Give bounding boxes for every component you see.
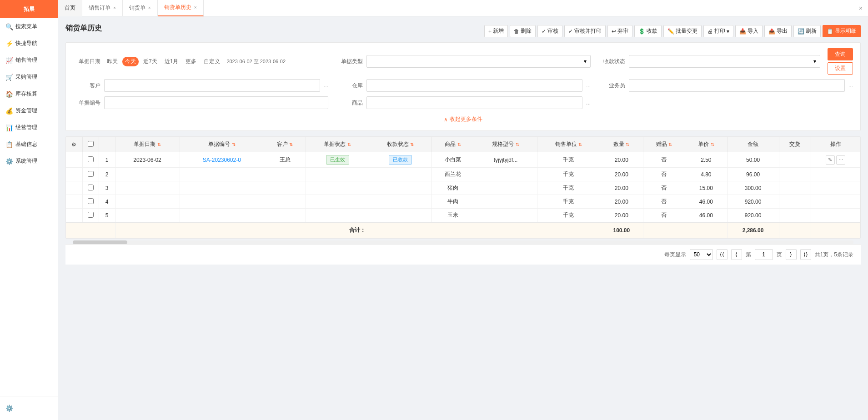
summary-row: 合计： 100.00 2,286.00	[66, 222, 860, 238]
row-checkbox[interactable]	[88, 212, 94, 218]
row-checkbox[interactable]	[88, 171, 94, 177]
date-btn-yesterday[interactable]: 昨天	[104, 57, 120, 66]
per-page-select[interactable]: 50 100 200	[690, 249, 713, 260]
row-checkbox[interactable]	[88, 185, 94, 190]
date-btn-custom[interactable]: 自定义	[201, 57, 223, 66]
sidebar-item-basic-info[interactable]: 📋 基础信息	[0, 136, 58, 153]
warehouse-input[interactable]	[366, 79, 582, 92]
export-button[interactable]: 📤 导出	[764, 25, 792, 37]
col-collect-status[interactable]: 收款状态 ⇅	[369, 137, 431, 152]
salesperson-label: 业务员	[598, 82, 625, 90]
horizontal-scrollbar[interactable]	[73, 240, 853, 244]
cell-sales-unit: 千克	[537, 195, 600, 209]
cell-settings	[66, 195, 82, 209]
collect-button[interactable]: 💲 收款	[634, 25, 662, 37]
col-doc-date[interactable]: 单据日期 ⇅	[115, 137, 180, 152]
sidebar-item-search-menu[interactable]: 🔍 搜索菜单	[0, 18, 58, 35]
tab-sales-goods[interactable]: 销货单 ×	[123, 0, 158, 16]
scrollbar-thumb[interactable]	[73, 240, 127, 244]
date-btn-last1month[interactable]: 近1月	[162, 57, 181, 66]
tab-sales-order-close[interactable]: ×	[113, 5, 116, 10]
more-action-button[interactable]: ⋯	[836, 155, 845, 165]
cell-checkbox	[82, 181, 99, 195]
next-page-button[interactable]: ⟩	[786, 249, 797, 260]
review-print-button[interactable]: ✓ 审核并打印	[564, 25, 606, 37]
goods-input[interactable]	[366, 96, 582, 109]
filter-collapse-row: ∧ 收起更多条件	[73, 114, 853, 125]
col-gift[interactable]: 赠品 ⇅	[643, 137, 685, 152]
date-btn-today[interactable]: 今天	[122, 57, 139, 66]
tab-sales-history[interactable]: 销货单历史 ×	[158, 0, 204, 16]
tab-sales-history-close[interactable]: ×	[194, 5, 197, 10]
warehouse-more-icon[interactable]: ...	[586, 82, 591, 89]
tab-bar-close-all[interactable]: ×	[853, 5, 868, 12]
customer-input[interactable]	[104, 79, 320, 92]
add-button[interactable]: + 新增	[484, 25, 508, 37]
sidebar-item-purchase-mgmt[interactable]: 🛒 采购管理	[0, 69, 58, 85]
review-button[interactable]: ✓ 审核	[537, 25, 562, 37]
prev-page-button[interactable]: ⟨	[731, 249, 742, 260]
delete-button[interactable]: 🗑 删除	[510, 25, 536, 37]
col-spec[interactable]: 规格型号 ⇅	[474, 137, 537, 152]
page-input[interactable]	[755, 249, 773, 260]
cell-quantity: 20.00	[600, 195, 643, 209]
doc-number-input[interactable]	[104, 96, 328, 109]
customer-more-icon[interactable]: ...	[324, 82, 328, 89]
col-settings[interactable]: ⚙	[66, 137, 82, 152]
table-header-row: ⚙ 单据日期 ⇅ 单据编号 ⇅ 客户 ⇅	[66, 137, 860, 152]
doc-type-select[interactable]: ▾	[366, 55, 591, 68]
col-doc-status[interactable]: 单据状态 ⇅	[306, 137, 369, 152]
cell-action: ✎ ⋯	[811, 152, 860, 168]
print-button[interactable]: 🖨 打印 ▾	[703, 25, 733, 37]
cell-doc-number	[180, 209, 264, 223]
sidebar-item-system-mgmt[interactable]: ⚙️ 系统管理	[0, 153, 58, 170]
query-button[interactable]: 查询	[828, 48, 853, 60]
col-customer[interactable]: 客户 ⇅	[264, 137, 306, 152]
salesperson-input[interactable]	[629, 79, 845, 92]
collapse-button[interactable]: ∧ 收起更多条件	[442, 114, 484, 125]
collect-status-select[interactable]: ▾	[629, 55, 820, 68]
last-page-button[interactable]: ⟩⟩	[800, 249, 811, 260]
col-goods[interactable]: 商品 ⇅	[431, 137, 474, 152]
sidebar-bottom-settings[interactable]: ⚙️	[0, 400, 58, 416]
date-btn-last7days[interactable]: 近7天	[140, 57, 160, 66]
sidebar-item-quick-nav[interactable]: ⚡ 快捷导航	[0, 35, 58, 52]
doc-status-badge: 已生效	[326, 155, 349, 165]
filter-doc-type: 单据类型 ▾	[336, 55, 591, 68]
edit-action-button[interactable]: ✎	[826, 155, 835, 165]
show-detail-button[interactable]: 📋 显示明细	[823, 25, 861, 37]
tab-home[interactable]: 首页	[58, 0, 82, 16]
cell-settings	[66, 152, 82, 168]
abandon-button[interactable]: ↩ 弃审	[607, 25, 632, 37]
col-doc-number[interactable]: 单据编号 ⇅	[180, 137, 264, 152]
sidebar-item-finance-mgmt[interactable]: 💰 资金管理	[0, 102, 58, 119]
col-sales-unit[interactable]: 销售单位 ⇅	[537, 137, 600, 152]
cell-quantity: 20.00	[600, 209, 643, 223]
sidebar-item-inventory[interactable]: 🏠 库存核算	[0, 85, 58, 102]
sidebar-item-sales-mgmt[interactable]: 📈 销售管理	[0, 52, 58, 69]
col-quantity[interactable]: 数量 ⇅	[600, 137, 643, 152]
refresh-button[interactable]: 🔄 刷新	[793, 25, 821, 37]
cell-customer	[264, 181, 306, 195]
date-btn-more[interactable]: 更多	[183, 57, 199, 66]
batch-change-button[interactable]: ✏️ 批量变更	[663, 25, 702, 37]
tab-sales-order[interactable]: 销售订单 ×	[82, 0, 123, 16]
per-page-label: 每页显示	[664, 251, 686, 259]
import-button[interactable]: 📥 导入	[735, 25, 763, 37]
col-unit-price[interactable]: 单价 ⇅	[685, 137, 727, 152]
page-header: 销货单历史 + 新增 🗑 删除 ✓ 审核 ✓ 审核并打印	[65, 24, 861, 39]
row-checkbox[interactable]	[88, 198, 94, 204]
col-transaction-label: 交货	[789, 141, 800, 147]
first-page-button[interactable]: ⟨⟨	[717, 249, 728, 260]
cell-quantity: 20.00	[600, 168, 643, 181]
sidebar-item-operation-mgmt[interactable]: 📊 经营管理	[0, 119, 58, 136]
settings-button[interactable]: 设置	[828, 62, 853, 75]
doc-number-link[interactable]: SA-20230602-0	[203, 157, 241, 163]
salesperson-more-icon[interactable]: ...	[848, 82, 853, 89]
row-checkbox[interactable]	[88, 156, 94, 162]
goods-more-icon[interactable]: ...	[586, 100, 591, 106]
filter-warehouse: 仓库 ...	[336, 79, 591, 92]
select-all-checkbox[interactable]	[88, 141, 94, 147]
tab-sales-goods-close[interactable]: ×	[148, 5, 151, 10]
tab-sales-order-label: 销售订单	[89, 4, 110, 12]
